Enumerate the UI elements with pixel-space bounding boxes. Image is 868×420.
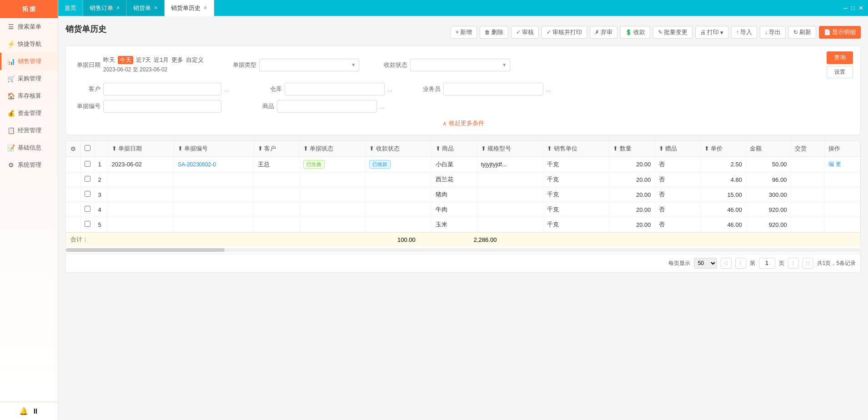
col-payment-status[interactable]: ⬆ 收款状态 — [366, 141, 431, 157]
next-page-button[interactable]: ⟩ — [788, 258, 799, 269]
page-input[interactable] — [759, 258, 775, 269]
refresh-button[interactable]: ↻ 刷新 — [788, 26, 816, 39]
window-max-icon[interactable]: □ — [851, 5, 855, 11]
col-doc-date[interactable]: ⬆ 单据日期 — [108, 141, 174, 157]
cell-checkbox[interactable] — [80, 202, 94, 217]
first-page-button[interactable]: ⟨⟨ — [721, 258, 732, 269]
col-customer[interactable]: ⬆ 客户 — [254, 141, 299, 157]
col-unit-price[interactable]: ⬆ 单价 — [700, 141, 746, 157]
filter-payment-status-select[interactable]: ▾ — [410, 59, 510, 71]
prev-page-button[interactable]: ⟨ — [735, 258, 746, 269]
notification-icon[interactable]: 🔔 — [19, 407, 28, 415]
goods-dotdot[interactable]: ... — [380, 103, 385, 110]
col-sales-unit[interactable]: ⬆ 销售单位 — [543, 141, 609, 157]
tab-sales-history-close[interactable]: ✕ — [203, 5, 207, 11]
staff-dotdot[interactable]: ... — [546, 86, 551, 93]
col-spec[interactable]: ⬆ 规格型号 — [477, 141, 543, 157]
tab-sales-history[interactable]: 销货单历史 ✕ — [165, 0, 214, 16]
row-checkbox[interactable] — [85, 191, 90, 197]
shortcut-today[interactable]: 今天 — [118, 56, 133, 64]
tab-sales-goods-close[interactable]: ✕ — [154, 5, 158, 11]
per-page-select[interactable]: 50 100 200 — [694, 258, 717, 269]
cell-doc-no[interactable] — [174, 202, 254, 217]
row-checkbox[interactable] — [85, 176, 90, 182]
col-goods[interactable]: ⬆ 商品 — [431, 141, 477, 157]
scrollbar-thumb[interactable] — [66, 248, 225, 252]
sidebar-item-quick-nav[interactable]: ⚡ 快捷导航 — [0, 35, 58, 53]
review-print-button[interactable]: ✓ 审核并打印 — [542, 26, 587, 39]
collect-button[interactable]: 💲 收款 — [620, 26, 650, 39]
tab-sales-order-close[interactable]: ✕ — [116, 5, 120, 11]
cell-doc-no[interactable] — [174, 217, 254, 232]
tab-home[interactable]: 首页 — [58, 0, 83, 16]
filter-doc-type-select[interactable]: ▾ — [259, 59, 359, 71]
cell-checkbox[interactable] — [80, 187, 94, 202]
tab-sales-goods[interactable]: 销货单 ✕ — [127, 0, 165, 16]
new-button[interactable]: + 新增 — [451, 26, 477, 39]
table-row: 4 牛肉 千克 20.00 否 46.00 920.00 — [66, 202, 860, 217]
horizontal-scrollbar[interactable] — [66, 248, 860, 252]
sidebar-item-purchase-mgmt[interactable]: 🛒 采购管理 — [0, 70, 58, 87]
query-button[interactable]: 查询 — [827, 51, 853, 64]
filter-staff-input[interactable] — [443, 83, 543, 95]
shortcut-7days[interactable]: 近7天 — [136, 56, 151, 64]
col-checkbox[interactable] — [80, 141, 94, 157]
sidebar-item-operations-mgmt[interactable]: 📋 经营管理 — [0, 122, 58, 139]
col-gear[interactable]: ⚙ — [66, 141, 80, 157]
shortcut-custom[interactable]: 自定义 — [186, 56, 204, 64]
more-link[interactable]: 更 — [836, 161, 841, 167]
cell-doc-no[interactable] — [174, 172, 254, 187]
row-checkbox[interactable] — [85, 206, 90, 212]
warehouse-dotdot[interactable]: ... — [387, 86, 392, 93]
filter-warehouse-input[interactable] — [285, 83, 385, 95]
delete-button[interactable]: 🗑 删除 — [480, 26, 508, 39]
sidebar-item-inventory[interactable]: 🏠 库存核算 — [0, 87, 58, 105]
shortcut-yesterday[interactable]: 昨天 — [103, 56, 115, 64]
import-button[interactable]: ↑ 导入 — [731, 26, 757, 39]
cell-checkbox[interactable] — [80, 172, 94, 187]
col-qty[interactable]: ⬆ 数量 — [609, 141, 655, 157]
col-payment-status-label: ⬆ 收款状态 — [369, 145, 400, 152]
col-sales-unit-label: ⬆ 销售单位 — [547, 145, 577, 152]
cell-doc-no[interactable]: SA-20230602-0 — [174, 157, 254, 172]
select-all-checkbox[interactable] — [85, 145, 90, 151]
cell-doc-status — [299, 217, 365, 232]
cell-checkbox[interactable] — [80, 157, 94, 172]
cell-doc-no[interactable] — [174, 187, 254, 202]
sidebar-item-finance-mgmt[interactable]: 💰 资金管理 — [0, 105, 58, 122]
window-close-icon[interactable]: ✕ — [858, 5, 863, 11]
row-checkbox[interactable] — [85, 221, 90, 227]
review-button[interactable]: ✓ 审核 — [511, 26, 539, 39]
filter-goods-input[interactable] — [277, 100, 377, 113]
collapse-more-btn[interactable]: ∧ 收起更多条件 — [73, 117, 853, 129]
col-gift[interactable]: ⬆ 赠品 — [655, 141, 700, 157]
review-print-icon: ✓ — [547, 29, 551, 35]
sidebar-item-base-info[interactable]: 📝 基础信息 — [0, 139, 58, 156]
sidebar-item-sales-mgmt[interactable]: 📊 销售管理 — [0, 53, 58, 70]
col-doc-no[interactable]: ⬆ 单据编号 — [174, 141, 254, 157]
abandon-button[interactable]: ✗ 弃审 — [590, 26, 617, 39]
cell-sales-unit: 千克 — [543, 157, 609, 172]
window-min-icon[interactable]: ─ — [843, 5, 848, 11]
edit-link[interactable]: 编 — [828, 161, 834, 167]
tab-sales-order[interactable]: 销售订单 ✕ — [83, 0, 127, 16]
settings-button[interactable]: 设置 — [827, 66, 853, 78]
show-detail-button[interactable]: 📄 显示明细 — [819, 26, 861, 39]
filter-customer-input[interactable] — [103, 83, 221, 95]
sidebar-item-sys-mgmt[interactable]: ⚙ 系统管理 — [0, 156, 58, 174]
date-range-picker: 昨天 今天 近7天 近1月 更多 自定义 2023-06-02 至 2023-0… — [103, 56, 204, 74]
doc-no-link[interactable]: SA-20230602-0 — [178, 161, 216, 168]
last-page-button[interactable]: ⟩⟩ — [803, 258, 813, 269]
cell-checkbox[interactable] — [80, 217, 94, 232]
print-button[interactable]: 🖨 打印 ▾ — [695, 26, 728, 39]
sidebar-item-search-menu[interactable]: ☰ 搜索菜单 — [0, 18, 58, 35]
row-checkbox[interactable] — [85, 161, 90, 167]
export-button[interactable]: ↓ 导出 — [760, 26, 786, 39]
shortcut-1month[interactable]: 近1月 — [154, 56, 169, 64]
pause-icon[interactable]: ⏸ — [32, 407, 39, 415]
filter-doc-no-input[interactable] — [103, 100, 221, 113]
customer-dotdot[interactable]: ... — [224, 86, 229, 93]
col-doc-status[interactable]: ⬆ 单据状态 — [299, 141, 365, 157]
shortcut-more[interactable]: 更多 — [171, 56, 183, 64]
batch-change-button[interactable]: ✎ 批量变更 — [653, 26, 692, 39]
